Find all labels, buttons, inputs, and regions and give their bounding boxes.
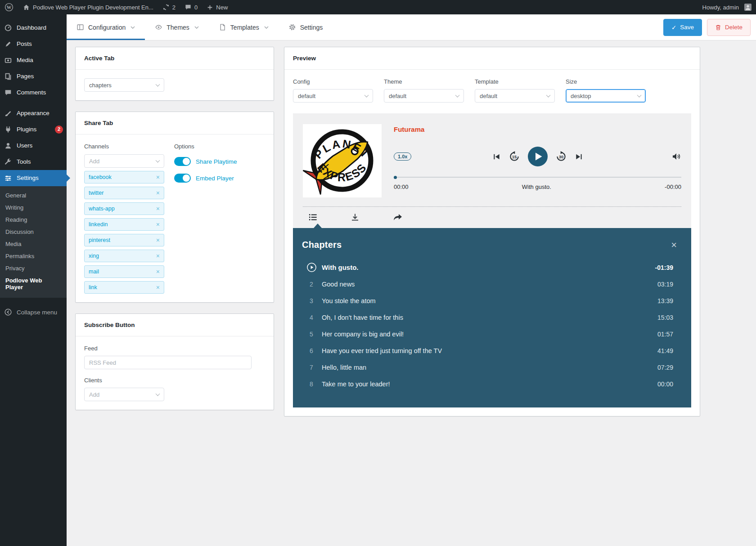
config-select-group: Config default bbox=[293, 78, 373, 103]
submenu-privacy[interactable]: Privacy bbox=[0, 262, 67, 274]
remove-channel-icon[interactable]: × bbox=[156, 221, 160, 228]
tools-icon bbox=[4, 157, 13, 166]
close-icon[interactable]: × bbox=[671, 240, 677, 250]
active-tab-select[interactable]: chapters bbox=[84, 78, 164, 92]
previous-chapter-button[interactable] bbox=[492, 152, 501, 161]
eye-icon bbox=[155, 23, 162, 31]
updates-count: 2 bbox=[172, 4, 176, 11]
remove-channel-icon[interactable]: × bbox=[156, 237, 160, 243]
comments-indicator[interactable]: 0 bbox=[180, 0, 202, 14]
template-select-group: Template default bbox=[475, 78, 555, 103]
sidebar-item-settings[interactable]: Settings bbox=[0, 170, 67, 186]
chapter-row[interactable]: With gusto. -01:39 bbox=[302, 259, 678, 276]
chapters-panel: Chapters × With gusto. -01:39 bbox=[293, 228, 691, 407]
wordpress-logo-menu[interactable]: W bbox=[0, 0, 18, 14]
submenu-reading[interactable]: Reading bbox=[0, 214, 67, 226]
new-content-menu[interactable]: New bbox=[202, 0, 232, 14]
feed-input[interactable] bbox=[84, 356, 252, 369]
progress-bar[interactable] bbox=[394, 175, 681, 179]
plugins-icon bbox=[4, 125, 13, 134]
chapter-row[interactable]: 3 You stole the atom 13:39 bbox=[302, 292, 678, 309]
show-title: Futurama bbox=[394, 125, 681, 133]
volume-icon[interactable] bbox=[671, 152, 681, 161]
sidebar-item-media[interactable]: Media bbox=[0, 52, 67, 68]
wordpress-logo-icon: W bbox=[4, 3, 14, 12]
chapter-row[interactable]: 2 Good news 03:19 bbox=[302, 276, 678, 292]
save-button[interactable]: ✓ Save bbox=[663, 19, 702, 36]
submenu-media[interactable]: Media bbox=[0, 238, 67, 250]
share-playtime-toggle[interactable] bbox=[174, 157, 191, 166]
updates-indicator[interactable]: 2 bbox=[158, 0, 180, 14]
chapter-row[interactable]: 7 Hello, little man 07:29 bbox=[302, 359, 678, 376]
gear-icon bbox=[288, 23, 296, 31]
sidebar-item-comments[interactable]: Comments bbox=[0, 85, 67, 101]
remove-channel-icon[interactable]: × bbox=[156, 253, 160, 259]
chapter-row[interactable]: 5 Her company is big and evil! 01:57 bbox=[302, 326, 678, 342]
submenu-general[interactable]: General bbox=[0, 189, 67, 201]
submenu-writing[interactable]: Writing bbox=[0, 201, 67, 214]
pages-icon bbox=[4, 72, 13, 81]
size-select[interactable]: desktop bbox=[566, 89, 646, 103]
site-menu[interactable]: Podlove Web Player Plugin Development En… bbox=[18, 0, 158, 14]
forward-30-button[interactable]: 30 bbox=[555, 151, 567, 162]
update-icon bbox=[162, 4, 170, 11]
tab-settings[interactable]: Settings bbox=[279, 14, 333, 40]
collapse-menu-button[interactable]: Collapse menu bbox=[0, 304, 67, 320]
site-name: Podlove Web Player Plugin Development En… bbox=[33, 4, 153, 11]
chapter-row[interactable]: 6 Have you ever tried just turning off t… bbox=[302, 342, 678, 359]
settings-submenu: General Writing Reading Discussion Media… bbox=[0, 186, 67, 298]
player-tab-icons bbox=[303, 206, 681, 228]
remove-channel-icon[interactable]: × bbox=[156, 190, 160, 196]
submenu-podlove-web-player[interactable]: Podlove Web Player bbox=[0, 274, 67, 293]
next-chapter-button[interactable] bbox=[575, 152, 583, 161]
chevron-down-icon bbox=[156, 392, 160, 396]
remove-channel-icon[interactable]: × bbox=[156, 174, 160, 180]
options-label: Options bbox=[174, 143, 237, 150]
sidebar-item-appearance[interactable]: Appearance bbox=[0, 105, 67, 121]
remove-channel-icon[interactable]: × bbox=[156, 206, 160, 212]
admin-sidebar: Dashboard Posts Media Pages Comments App… bbox=[0, 14, 67, 546]
playback-rate-button[interactable]: 1.0x bbox=[394, 152, 411, 161]
subscribe-button-card: Subscribe Button Feed Clients Add bbox=[75, 313, 274, 410]
tab-themes[interactable]: Themes bbox=[145, 14, 209, 40]
add-client-select[interactable]: Add bbox=[84, 388, 164, 401]
sidebar-item-dashboard[interactable]: Dashboard bbox=[0, 20, 67, 36]
tab-templates[interactable]: Templates bbox=[209, 14, 279, 40]
submenu-discussion[interactable]: Discussion bbox=[0, 226, 67, 238]
delete-button[interactable]: Delete bbox=[707, 19, 751, 36]
embed-player-toggle[interactable] bbox=[174, 174, 191, 183]
sidebar-item-users[interactable]: Users bbox=[0, 138, 67, 154]
rewind-15-button[interactable]: 15 bbox=[508, 151, 520, 162]
size-select-group: Size desktop bbox=[566, 78, 646, 103]
add-channel-select[interactable]: Add bbox=[84, 154, 164, 168]
share-tab-icon[interactable] bbox=[393, 213, 403, 228]
clients-label: Clients bbox=[84, 377, 265, 384]
preview-controls: Config default Theme default bbox=[293, 78, 691, 103]
chapter-row[interactable]: 4 Oh, I don't have time for this 15:03 bbox=[302, 309, 678, 326]
active-tab-pointer bbox=[314, 224, 322, 228]
sidebar-item-plugins[interactable]: Plugins 2 bbox=[0, 121, 67, 138]
progress-handle[interactable] bbox=[394, 176, 397, 179]
play-button[interactable] bbox=[528, 147, 548, 166]
remove-channel-icon[interactable]: × bbox=[156, 269, 160, 275]
sidebar-item-tools[interactable]: Tools bbox=[0, 154, 67, 170]
channel-tag-facebook: facebook × bbox=[84, 171, 164, 183]
tab-configuration[interactable]: Configuration bbox=[67, 14, 145, 40]
settings-icon bbox=[4, 174, 13, 183]
plus-icon bbox=[207, 4, 213, 11]
sidebar-item-pages[interactable]: Pages bbox=[0, 68, 67, 85]
main-panels: Active Tab chapters Share Tab Channels A… bbox=[67, 40, 756, 423]
template-select[interactable]: default bbox=[475, 89, 555, 103]
feed-label: Feed bbox=[84, 345, 265, 352]
theme-select-group: Theme default bbox=[384, 78, 464, 103]
admin-bar-left: W Podlove Web Player Plugin Development … bbox=[0, 0, 232, 14]
sidebar-item-posts[interactable]: Posts bbox=[0, 36, 67, 52]
theme-select[interactable]: default bbox=[384, 89, 464, 103]
download-tab-icon[interactable] bbox=[351, 213, 360, 228]
my-account-menu[interactable]: Howdy, admin bbox=[698, 0, 756, 14]
remove-channel-icon[interactable]: × bbox=[156, 284, 160, 291]
config-select[interactable]: default bbox=[293, 89, 373, 103]
submenu-permalinks[interactable]: Permalinks bbox=[0, 250, 67, 262]
media-icon bbox=[4, 56, 13, 65]
chapter-row[interactable]: 8 Take me to your leader! 00:00 bbox=[302, 376, 678, 392]
